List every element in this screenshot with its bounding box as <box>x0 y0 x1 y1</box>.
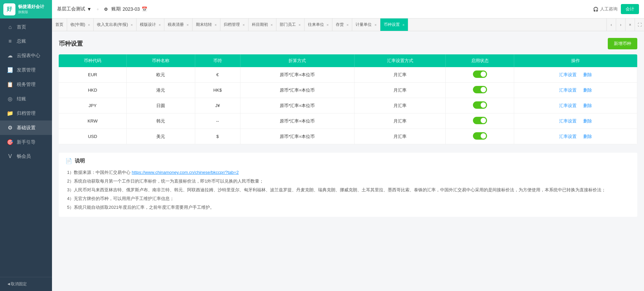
delete-link[interactable]: 删除 <box>583 134 592 139</box>
notes-item: 4）无官方牌价的币种，可以用用户手工维护汇率信息； <box>65 194 631 203</box>
cell-status <box>446 67 514 83</box>
sidebar-item-ledger[interactable]: ≡ 总账 <box>0 34 52 48</box>
tab-balance-close[interactable]: × <box>88 23 90 27</box>
sidebar-item-member[interactable]: V 畅会员 <box>0 149 52 163</box>
sidebar-nav: ⌂ 首页 ≡ 总账 ☁ 云报表中心 🧾 发票管理 📋 税务管理 ◎ 结账 📁 归… <box>0 18 52 277</box>
cell-rate-type: 月汇率 <box>354 83 446 98</box>
consult-button[interactable]: 🎧 人工咨询 <box>593 6 618 12</box>
tab-currency[interactable]: 币种设置 × <box>380 18 408 31</box>
sidebar-item-tax[interactable]: 📋 税务管理 <box>0 77 52 92</box>
rate-setting-link[interactable]: 汇率设置 <box>559 118 577 124</box>
status-toggle[interactable] <box>473 86 487 93</box>
tab-close-all-btn[interactable]: × <box>625 18 635 31</box>
sidebar-item-home[interactable]: ⌂ 首页 <box>0 20 52 34</box>
tab-unit-label: 计量单位 <box>356 22 372 28</box>
sidebar-collapse-btn[interactable]: ◄取消固定 <box>0 277 52 291</box>
company-selector[interactable]: 基层工会测试 ▼ <box>57 6 92 12</box>
main-area: 基层工会测试 ▼ + ⚙ 账期 2023-03 📅 🎧 人工咨询 会计 首页 收… <box>52 0 644 291</box>
status-toggle[interactable] <box>473 70 487 78</box>
delete-link[interactable]: 删除 <box>583 103 592 108</box>
cell-rate-type: 月汇率 <box>354 129 446 144</box>
rate-setting-link[interactable]: 汇率设置 <box>559 103 577 108</box>
close-account-icon: ◎ <box>7 96 13 102</box>
tab-prev-btn[interactable]: ‹ <box>606 18 616 31</box>
tab-counterpart-close[interactable]: × <box>327 23 329 27</box>
tab-periodend-close[interactable]: × <box>215 23 217 27</box>
tab-expand-btn[interactable]: ⛶ <box>635 18 644 31</box>
sidebar-item-guide[interactable]: 🎯 新手引导 <box>0 135 52 149</box>
col-name: 币种名称 <box>126 54 195 67</box>
tab-subjects-label: 科目期初 <box>252 22 268 28</box>
tab-dept[interactable]: 部门员工 × <box>276 18 304 31</box>
tab-archivemgr-close[interactable]: × <box>243 23 245 27</box>
tab-subjects[interactable]: 科目期初 × <box>249 18 276 31</box>
notes-link[interactable]: https://www.chinamoney.com.cn/chinese/bk… <box>132 170 239 175</box>
cell-name: 韩元 <box>126 113 195 129</box>
cell-code: HKD <box>59 83 126 98</box>
status-toggle[interactable] <box>473 101 487 109</box>
tab-template[interactable]: 模版设计 × <box>137 18 164 31</box>
cell-symbol: -- <box>195 113 240 129</box>
tab-next-btn[interactable]: › <box>616 18 625 31</box>
notes-title-row: 📄 说明 <box>65 158 631 164</box>
delete-link[interactable]: 删除 <box>583 118 592 124</box>
cell-symbol: HK$ <box>195 83 240 98</box>
currency-table: 币种代码 币种名称 币符 折算方式 汇率设置方式 启用状态 操作 EUR 欧元 … <box>59 54 637 144</box>
settings-icon: ⚙ <box>7 125 13 131</box>
sidebar-item-archive[interactable]: 📁 归档管理 <box>0 106 52 120</box>
table-row: KRW 韩元 -- 原币*汇率=本位币 月汇率 汇率设置 删除 <box>59 113 637 129</box>
tab-template-close[interactable]: × <box>159 23 161 27</box>
cell-code: EUR <box>59 67 126 83</box>
calendar-icon[interactable]: 📅 <box>142 6 147 12</box>
cell-rate-type: 月汇率 <box>354 98 446 113</box>
new-currency-button[interactable]: 新增币种 <box>608 38 637 49</box>
delete-link[interactable]: 删除 <box>583 72 592 77</box>
tab-balance[interactable]: 收(中期) × <box>67 18 94 31</box>
cell-code: JPY <box>59 98 126 113</box>
logo-area: 好 畅捷通好会计 旗舰版 <box>0 0 52 18</box>
notes-item: 3）人民币对马来西亚林吉特、俄罗斯卢布、南非兰特、韩元、阿联酋迪拉姆、沙特里亚尔… <box>65 186 631 194</box>
tab-currency-close[interactable]: × <box>402 23 405 27</box>
tab-subjects-close[interactable]: × <box>271 23 273 27</box>
rate-setting-link[interactable]: 汇率设置 <box>559 134 577 139</box>
tab-counterpart[interactable]: 往来单位 × <box>305 18 332 31</box>
tab-dept-label: 部门员工 <box>280 22 296 28</box>
status-toggle[interactable] <box>473 132 487 140</box>
sidebar-item-close[interactable]: ◎ 结账 <box>0 92 52 106</box>
tab-income-close[interactable]: × <box>130 23 132 27</box>
tab-archivemgr-label: 归档管理 <box>224 22 240 28</box>
sidebar-item-report[interactable]: ☁ 云报表中心 <box>0 48 52 63</box>
settings-gear-icon[interactable]: ⚙ <box>104 7 108 12</box>
tab-archivemgr[interactable]: 归档管理 × <box>220 18 248 31</box>
cell-calc: 原币*汇率=本位币 <box>240 129 354 144</box>
rate-setting-link[interactable]: 汇率设置 <box>559 72 577 77</box>
tab-taxbook[interactable]: 税表清册 × <box>164 18 192 31</box>
table-header-row: 币种代码 币种名称 币符 折算方式 汇率设置方式 启用状态 操作 <box>59 54 637 67</box>
tax-icon: 📋 <box>7 81 13 88</box>
cell-actions: 汇率设置 删除 <box>514 67 637 83</box>
cell-actions: 汇率设置 删除 <box>514 129 637 144</box>
tab-inventory-close[interactable]: × <box>346 23 348 27</box>
archive-icon: 📁 <box>7 110 13 116</box>
tab-currency-label: 币种设置 <box>384 22 400 28</box>
tabbar: 首页 收(中期) × 收入支出表(年报) × 模版设计 × 税表清册 × 期末结… <box>52 18 644 31</box>
accounting-button[interactable]: 会计 <box>621 4 639 14</box>
delete-link[interactable]: 删除 <box>583 88 592 93</box>
table-row: EUR 欧元 € 原币*汇率=本位币 月汇率 汇率设置 删除 <box>59 67 637 83</box>
tab-taxbook-close[interactable]: × <box>186 23 189 27</box>
tab-income[interactable]: 收入支出表(年报) × <box>94 18 136 31</box>
topbar-divider: + <box>97 7 99 12</box>
sidebar-item-invoice[interactable]: 🧾 发票管理 <box>0 63 52 77</box>
tab-unit[interactable]: 计量单位 × <box>352 18 380 31</box>
tab-home[interactable]: 首页 <box>52 18 67 31</box>
rate-setting-link[interactable]: 汇率设置 <box>559 88 577 93</box>
sidebar-item-settings[interactable]: ⚙ 基础设置 <box>0 120 52 135</box>
cell-symbol: € <box>195 67 240 83</box>
tab-inventory[interactable]: 存货 × <box>332 18 352 31</box>
status-toggle[interactable] <box>473 117 487 124</box>
tab-periodend[interactable]: 期末结转 × <box>193 18 220 31</box>
tab-dept-close[interactable]: × <box>299 23 301 27</box>
tab-unit-close[interactable]: × <box>374 23 376 27</box>
sidebar-label-home: 首页 <box>17 24 26 30</box>
cell-calc: 原币*汇率=本位币 <box>240 113 354 129</box>
